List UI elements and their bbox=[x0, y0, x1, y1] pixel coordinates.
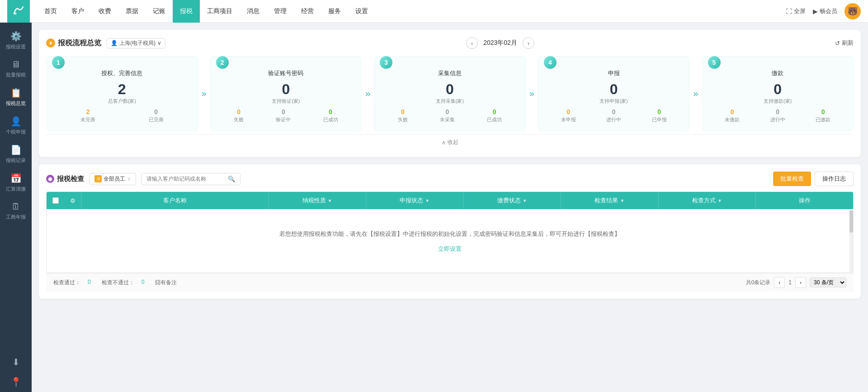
location-badge[interactable]: 👤 上海(电子税局) ∨ bbox=[107, 38, 165, 48]
search-input[interactable] bbox=[142, 173, 223, 184]
flow-step-2: 2 验证账号密码 0 支持验证(家) 0 失败 0 验证中 bbox=[210, 56, 362, 131]
step-stat-5-0: 0 未缴款 bbox=[725, 108, 740, 123]
step-stat-3-0: 0 失败 bbox=[398, 108, 408, 123]
nav-invoice[interactable]: 票据 bbox=[118, 0, 146, 23]
sidebar-item-tax-overview[interactable]: 📋 报税总览 bbox=[0, 83, 32, 111]
fail-count[interactable]: 0 bbox=[142, 279, 145, 287]
sidebar-label-batch-tax: 批量报税 bbox=[6, 72, 26, 78]
flow-step-4: 4 申报 0 支持申报(家) 0 未申报 0 进行中 bbox=[538, 56, 690, 131]
setup-link[interactable]: 立即设置 bbox=[438, 245, 462, 252]
staff-select[interactable]: 员 全部员工 ∨ bbox=[90, 173, 136, 185]
top-navigation: 首页 客户 收费 票据 记账 报税 工商项目 消息 管理 经营 服务 设置 ⛶ … bbox=[0, 0, 868, 23]
step-number-5: 5 bbox=[708, 56, 721, 69]
th-check-method[interactable]: 检查方式 ▼ bbox=[658, 192, 756, 209]
stat-val-4-1: 0 bbox=[612, 108, 616, 115]
sidebar-label-individual-tax: 个税申报 bbox=[6, 129, 26, 135]
logo[interactable] bbox=[7, 0, 30, 23]
nav-items: 首页 客户 收费 票据 记账 报税 工商项目 消息 管理 经营 服务 设置 bbox=[37, 0, 786, 23]
flow-title: + 报税流程总览 bbox=[46, 38, 101, 48]
filter-icon-5: ▼ bbox=[717, 198, 722, 203]
sidebar-item-batch-tax[interactable]: 🖥 批量报税 bbox=[0, 55, 32, 83]
prev-month-button[interactable]: ‹ bbox=[466, 37, 478, 49]
sidebar-item-tax-settings[interactable]: ⚙️ 报税设置 bbox=[0, 26, 32, 55]
refresh-button[interactable]: ↺ 刷新 bbox=[835, 39, 854, 47]
sidebar-item-tax-records[interactable]: 📄 报税记录 bbox=[0, 140, 32, 168]
sidebar-item-settlement[interactable]: 📅 汇算清缴 bbox=[0, 168, 32, 197]
step-title-1: 授权、完善信息 bbox=[54, 69, 190, 77]
batch-check-button[interactable]: 批量检查 bbox=[773, 172, 811, 186]
stat-val-2-1: 0 bbox=[282, 108, 285, 115]
nav-tax[interactable]: 报税 bbox=[173, 0, 200, 23]
nav-fee[interactable]: 收费 bbox=[91, 0, 118, 23]
nav-accounting[interactable]: 记账 bbox=[146, 0, 173, 23]
th-checkbox[interactable] bbox=[47, 193, 65, 208]
current-page: 1 bbox=[788, 279, 792, 286]
stat-label-4-0: 未申报 bbox=[561, 116, 576, 123]
step-stats-2: 0 失败 0 验证中 0 已成功 bbox=[218, 108, 354, 123]
step-count-2: 0 bbox=[218, 81, 354, 98]
th-pay-status[interactable]: 缴费状态 ▼ bbox=[463, 192, 561, 209]
fullscreen-button[interactable]: ⛶ 全屏 bbox=[786, 7, 806, 15]
prev-page-button[interactable]: ‹ bbox=[774, 277, 785, 288]
settlement-icon: 📅 bbox=[10, 173, 22, 184]
next-month-button[interactable]: › bbox=[523, 37, 534, 49]
header-checkbox[interactable] bbox=[52, 197, 59, 204]
table-footer: 检查通过： 0 检查不通过： 0 囧有备注 共0条记录 ‹ 1 › 30 条/页… bbox=[46, 273, 854, 292]
nav-home[interactable]: 首页 bbox=[37, 0, 64, 23]
next-page-button[interactable]: › bbox=[795, 277, 806, 288]
sidebar-item-location[interactable]: 📍 bbox=[0, 372, 32, 392]
th-declare-status[interactable]: 申报状态 ▼ bbox=[366, 192, 463, 209]
th-gear[interactable]: ⚙ bbox=[65, 193, 81, 209]
step-subtitle-2: 支持验证(家) bbox=[218, 98, 354, 105]
th-check-result[interactable]: 检查结果 ▼ bbox=[561, 192, 658, 209]
step-stat-5-1: 0 进行中 bbox=[770, 108, 785, 123]
nav-management[interactable]: 管理 bbox=[267, 0, 294, 23]
current-date: 2023年02月 bbox=[483, 39, 517, 47]
step-number-1: 1 bbox=[52, 56, 65, 69]
sidebar-label-settlement: 汇算清缴 bbox=[6, 186, 26, 192]
sidebar: ⚙️ 报税设置 🖥 批量报税 📋 报税总览 👤 个税申报 📄 报税记录 📅 汇算… bbox=[0, 23, 32, 392]
member-button[interactable]: ▶ 畅会员 bbox=[813, 7, 837, 15]
location-chevron-icon: ∨ bbox=[157, 40, 161, 46]
stat-label-3-1: 未采集 bbox=[440, 116, 455, 123]
search-button[interactable]: 🔍 bbox=[223, 173, 240, 185]
step-stat-1-0: 2 未完善 bbox=[80, 108, 95, 123]
stat-label-5-2: 已缴款 bbox=[816, 116, 830, 123]
collapse-button[interactable]: ∧ 收起 bbox=[46, 134, 854, 150]
table-body: 若您想使用报税检查功能，请先在【报税设置】中进行报税的初始化设置，完成密码验证和… bbox=[47, 209, 853, 272]
step-arrow-1: » bbox=[198, 56, 210, 131]
stat-label-2-2: 已成功 bbox=[323, 116, 338, 123]
th-tax-nature[interactable]: 纳税性质 ▼ bbox=[268, 192, 366, 209]
stat-label-5-0: 未缴款 bbox=[725, 116, 740, 123]
operation-log-button[interactable]: 操作日志 bbox=[815, 172, 854, 186]
scrollbar-track[interactable] bbox=[849, 210, 853, 272]
step-number-3: 3 bbox=[380, 56, 392, 69]
flow-title-icon: + bbox=[46, 38, 55, 48]
nav-customer[interactable]: 客户 bbox=[64, 0, 91, 23]
main-content: + 报税流程总览 👤 上海(电子税局) ∨ ‹ 2023年02月 › ↺ 刷新 bbox=[32, 23, 868, 392]
per-page-select[interactable]: 30 条/页50 条/页100 条/页 bbox=[810, 277, 846, 287]
scrollbar-thumb[interactable] bbox=[849, 210, 853, 233]
stat-val-5-0: 0 bbox=[731, 108, 734, 115]
user-avatar[interactable]: 🐻 bbox=[844, 3, 861, 19]
flow-header: + 报税流程总览 👤 上海(电子税局) ∨ ‹ 2023年02月 › ↺ 刷新 bbox=[46, 37, 854, 49]
sidebar-item-annual-report[interactable]: 🗓 工商年报 bbox=[0, 197, 32, 225]
table-header: ⚙ 客户名称 纳税性质 ▼ 申报状态 ▼ 缴费状态 ▼ bbox=[47, 192, 853, 209]
staff-label: 全部员工 bbox=[104, 175, 125, 183]
nav-service[interactable]: 服务 bbox=[321, 0, 348, 23]
step-title-3: 采集信息 bbox=[382, 69, 518, 77]
sidebar-item-download[interactable]: ⬇ bbox=[0, 352, 32, 372]
stat-val-4-0: 0 bbox=[566, 108, 570, 115]
note-label: 囧有备注 bbox=[155, 279, 177, 287]
sidebar-item-individual-tax[interactable]: 👤 个税申报 bbox=[0, 111, 32, 140]
nav-message[interactable]: 消息 bbox=[240, 0, 267, 23]
sidebar-label-tax-records: 报税记录 bbox=[6, 157, 26, 164]
th-customer-name: 客户名称 bbox=[81, 192, 268, 209]
nav-settings[interactable]: 设置 bbox=[348, 0, 375, 23]
nav-operations[interactable]: 经营 bbox=[294, 0, 321, 23]
stat-val-3-1: 0 bbox=[446, 108, 449, 115]
nav-commerce[interactable]: 工商项目 bbox=[200, 0, 240, 23]
step-title-2: 验证账号密码 bbox=[218, 69, 354, 77]
pass-count[interactable]: 0 bbox=[88, 279, 91, 287]
step-stats-4: 0 未申报 0 进行中 0 已申报 bbox=[546, 108, 682, 123]
